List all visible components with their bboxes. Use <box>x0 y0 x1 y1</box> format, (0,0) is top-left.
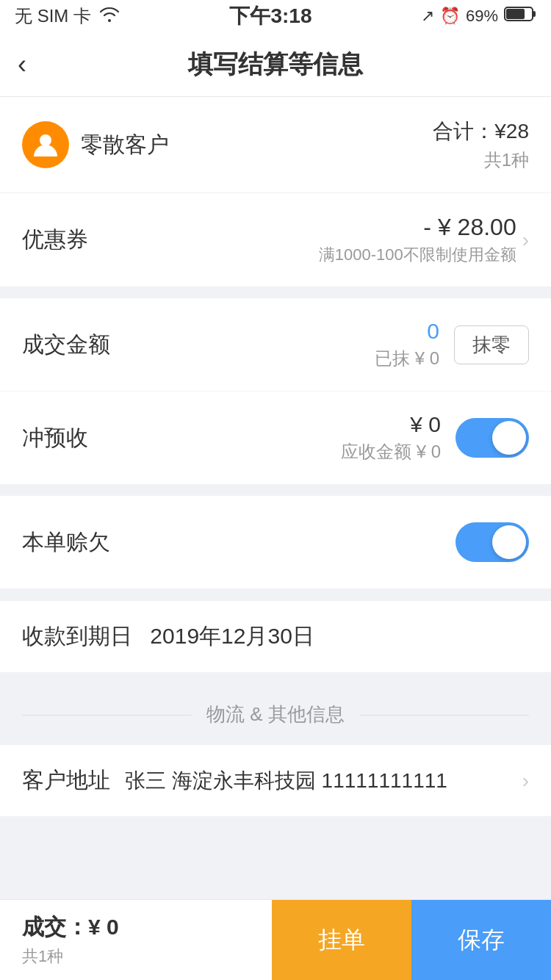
svg-rect-1 <box>533 11 536 17</box>
duedate-value: 2019年12月30日 <box>150 624 314 648</box>
precharge-row: 冲预收 ¥ 0 应收金额 ¥ 0 <box>0 392 551 484</box>
round-zero-button[interactable]: 抹零 <box>454 325 529 364</box>
location-icon: ↗ <box>421 7 434 26</box>
battery-label: 69% <box>466 7 498 26</box>
time-display: 下午3:18 <box>229 2 311 30</box>
duedate-label: 收款到期日 <box>22 624 132 648</box>
customer-total: 合计：¥28 <box>433 118 529 145</box>
debt-toggle-knob <box>492 525 526 559</box>
customer-row: 零散客户 合计：¥28 共1种 <box>0 97 551 192</box>
address-row[interactable]: 客户地址 张三 海淀永丰科技园 11111111111 › <box>0 745 551 816</box>
duedate-section: 收款到期日 2019年12月30日 <box>0 600 551 672</box>
debt-label: 本单赊欠 <box>22 527 110 558</box>
precharge-toggle[interactable] <box>455 418 529 458</box>
nav-bar: ‹ 填写结算等信息 <box>0 32 551 97</box>
status-left: 无 SIM 卡 <box>15 4 120 28</box>
customer-avatar <box>22 121 69 168</box>
address-value: 张三 海淀永丰科技园 11111111111 <box>125 767 522 795</box>
address-chevron-icon: › <box>522 769 529 793</box>
customer-right: 合计：¥28 共1种 <box>433 118 529 172</box>
deal-amount-col: 0 已抹 ¥ 0 <box>375 319 439 370</box>
coupon-chevron-icon: › <box>522 228 529 252</box>
bottom-info: 成交：¥ 0 共1种 <box>0 900 272 980</box>
bottom-deal-label: 成交： <box>22 915 88 939</box>
wifi-icon <box>98 6 120 26</box>
precharge-amounts: ¥ 0 应收金额 ¥ 0 <box>341 412 441 464</box>
debt-toggle[interactable] <box>455 522 529 562</box>
coupon-right: - ¥ 28.00 满1000-100不限制使用金额 › <box>319 214 529 266</box>
status-right: ↗ ⏰ 69% <box>421 6 536 26</box>
deal-section: 成交金额 0 已抹 ¥ 0 抹零 冲预收 ¥ 0 应收金额 ¥ 0 <box>0 298 551 484</box>
battery-icon <box>504 6 536 26</box>
svg-rect-2 <box>506 9 525 19</box>
coupon-label: 优惠券 <box>22 225 88 255</box>
deal-right: 0 已抹 ¥ 0 抹零 <box>375 319 529 370</box>
customer-count: 共1种 <box>433 148 529 172</box>
precharge-main-amount: ¥ 0 <box>341 412 441 437</box>
address-section: 客户地址 张三 海淀永丰科技园 11111111111 › <box>0 745 551 816</box>
svg-point-3 <box>40 134 51 146</box>
carrier-label: 无 SIM 卡 <box>15 4 91 28</box>
address-label: 客户地址 <box>22 765 110 796</box>
coupon-amount: - ¥ 28.00 <box>319 214 516 241</box>
coupon-row[interactable]: 优惠券 - ¥ 28.00 满1000-100不限制使用金额 › <box>0 192 551 287</box>
back-button[interactable]: ‹ <box>18 49 26 80</box>
bottom-count: 共1种 <box>22 945 250 968</box>
deal-amount-row: 成交金额 0 已抹 ¥ 0 抹零 <box>0 298 551 392</box>
customer-name: 零散客户 <box>81 130 169 160</box>
page-title: 填写结算等信息 <box>188 48 363 82</box>
customer-left: 零散客户 <box>22 121 169 168</box>
precharge-sub-amount: 应收金额 ¥ 0 <box>341 440 441 464</box>
debt-section: 本单赊欠 <box>0 496 551 588</box>
customer-section: 零散客户 合计：¥28 共1种 优惠券 - ¥ 28.00 满1000-100不… <box>0 97 551 287</box>
bottom-deal-row: 成交：¥ 0 <box>22 912 250 943</box>
save-button[interactable]: 保存 <box>411 900 551 980</box>
deal-amount-label: 成交金额 <box>22 330 110 360</box>
bottom-bar: 成交：¥ 0 共1种 挂单 保存 <box>0 899 551 980</box>
precharge-right: ¥ 0 应收金额 ¥ 0 <box>341 412 529 464</box>
alarm-icon: ⏰ <box>440 7 460 26</box>
deal-amount-value: 0 <box>375 319 439 344</box>
logistics-label: 物流 & 其他信息 <box>192 702 359 727</box>
deal-sub-text: 已抹 ¥ 0 <box>375 347 439 370</box>
logistics-divider: 物流 & 其他信息 <box>0 684 551 745</box>
content-area: 零散客户 合计：¥28 共1种 优惠券 - ¥ 28.00 满1000-100不… <box>0 97 551 916</box>
pending-button[interactable]: 挂单 <box>272 900 411 980</box>
coupon-desc: 满1000-100不限制使用金额 <box>319 244 516 266</box>
bottom-deal-value: ¥ 0 <box>88 915 119 939</box>
status-bar: 无 SIM 卡 下午3:18 ↗ ⏰ 69% <box>0 0 551 32</box>
duedate-row: 收款到期日 2019年12月30日 <box>0 600 551 672</box>
precharge-label: 冲预收 <box>22 423 88 453</box>
toggle-knob <box>492 421 526 455</box>
